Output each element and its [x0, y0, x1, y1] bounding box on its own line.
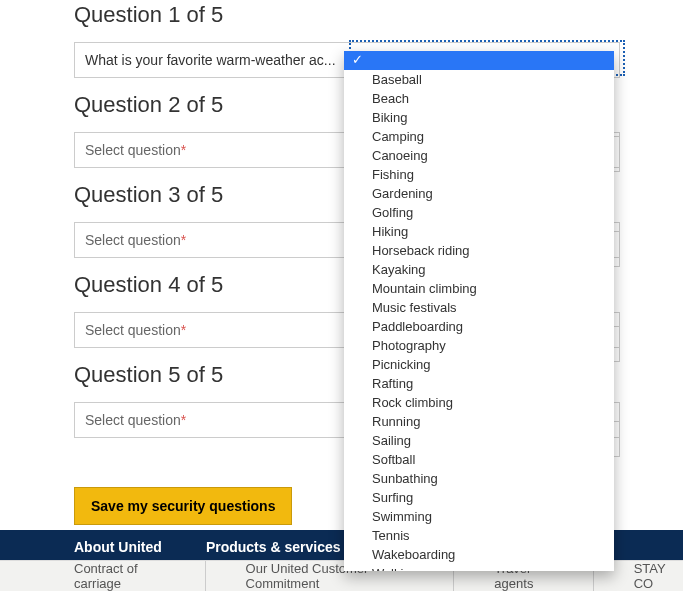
required-marker: * — [181, 412, 186, 428]
dropdown-option[interactable]: Sunbathing — [344, 469, 614, 488]
dropdown-option[interactable]: Photography — [344, 336, 614, 355]
dropdown-option[interactable]: Golfing — [344, 203, 614, 222]
dropdown-option[interactable]: Mountain climbing — [344, 279, 614, 298]
dropdown-option[interactable]: Picnicking — [344, 355, 614, 374]
save-button[interactable]: Save my security questions — [74, 487, 292, 525]
dropdown-option[interactable]: Rock climbing — [344, 393, 614, 412]
dropdown-option[interactable]: Paddleboarding — [344, 317, 614, 336]
footer-nav-item[interactable]: Products & services — [206, 539, 341, 555]
answer-dropdown[interactable]: BaseballBeachBikingCampingCanoeingFishin… — [344, 51, 614, 571]
dropdown-option[interactable]: Fishing — [344, 165, 614, 184]
question-title: Question 1 of 5 — [74, 2, 620, 28]
dropdown-option[interactable]: Hiking — [344, 222, 614, 241]
dropdown-option[interactable]: Tennis — [344, 526, 614, 545]
dropdown-option[interactable]: Kayaking — [344, 260, 614, 279]
required-marker: * — [181, 232, 186, 248]
question-select-text: Select question — [85, 322, 181, 338]
dropdown-option[interactable]: Beach — [344, 89, 614, 108]
dropdown-option[interactable]: Gardening — [344, 184, 614, 203]
footer-nav-item[interactable]: About United — [74, 539, 162, 555]
footer-sub-item[interactable]: Contract of carriage — [74, 561, 206, 591]
question-select-text: Select question — [85, 412, 181, 428]
dropdown-option[interactable]: Swimming — [344, 507, 614, 526]
dropdown-option[interactable]: Horseback riding — [344, 241, 614, 260]
dropdown-option[interactable]: Walking — [344, 564, 614, 571]
question-select-text: What is your favorite warm-weather ac... — [85, 52, 336, 68]
dropdown-option[interactable]: Surfing — [344, 488, 614, 507]
dropdown-option[interactable] — [344, 51, 614, 70]
dropdown-option[interactable]: Rafting — [344, 374, 614, 393]
footer-sub-item[interactable]: STAY CO — [634, 561, 683, 591]
dropdown-option[interactable]: Canoeing — [344, 146, 614, 165]
dropdown-option[interactable]: Biking — [344, 108, 614, 127]
dropdown-option[interactable]: Baseball — [344, 70, 614, 89]
dropdown-option[interactable]: Running — [344, 412, 614, 431]
dropdown-option[interactable]: Sailing — [344, 431, 614, 450]
question-select-text: Select question — [85, 232, 181, 248]
required-marker: * — [181, 322, 186, 338]
dropdown-option[interactable]: Wakeboarding — [344, 545, 614, 564]
dropdown-option[interactable]: Music festivals — [344, 298, 614, 317]
dropdown-option[interactable]: Camping — [344, 127, 614, 146]
dropdown-option[interactable]: Softball — [344, 450, 614, 469]
required-marker: * — [181, 142, 186, 158]
question-select-text: Select question — [85, 142, 181, 158]
